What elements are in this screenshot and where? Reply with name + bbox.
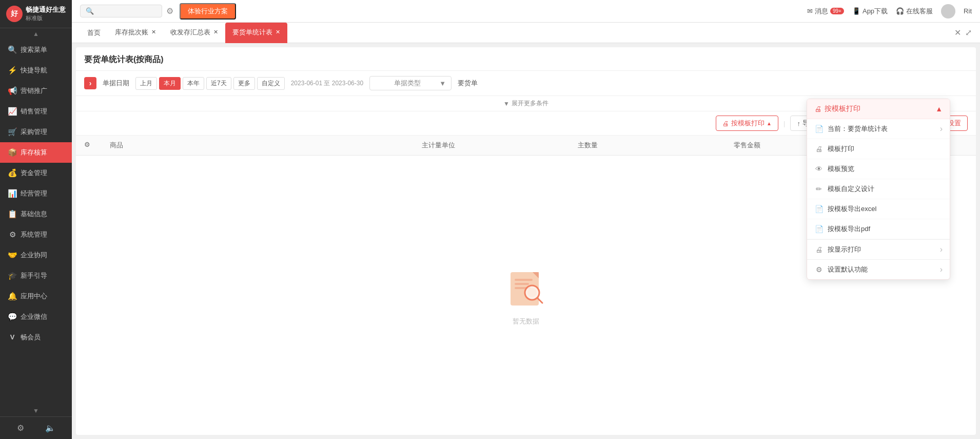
sidebar-item-sales[interactable]: 📈 销售管理 [0,101,72,122]
message-label: 消息 [815,7,828,16]
app-name: 畅捷通好生意 [26,5,66,14]
template-print-arrow: ▲ [767,121,772,126]
scroll-up-indicator[interactable]: ▲ [0,28,72,40]
export-excel-item-label: 按模板导出excel [828,204,876,214]
tab-home[interactable]: 首页 [80,23,108,43]
dropdown-section-display-print[interactable]: 🖨 按显示打印 [807,239,950,259]
tabs-bar: 首页 库存批次账 ✕ 收发存汇总表 ✕ 要货单统计表 ✕ ✕ ⤢ [72,23,980,43]
settings-icon[interactable]: ⚙ [17,423,24,433]
template-print-label: 按模板打印 [731,119,765,128]
user-avatar[interactable] [941,4,955,18]
date-btn-last-7-days[interactable]: 近7天 [206,77,231,90]
dropdown-current-label[interactable]: 📄 当前：要货单统计表 [807,119,950,139]
sidebar-item-search[interactable]: 🔍 搜索菜单 [0,40,72,60]
app-download-label: App下载 [863,7,888,16]
default-func-icon: ⚙ [814,265,824,274]
sidebar-item-system[interactable]: ⚙ 系统管理 [0,224,72,245]
template-print-item-label: 模板打印 [828,144,854,154]
content-header: 要货单统计表(按商品) [76,47,976,71]
tab-collect-summary[interactable]: 收发存汇总表 ✕ [163,23,225,43]
svg-rect-1 [515,279,533,281]
sidebar-item-purchase[interactable]: 🛒 采购管理 [0,122,72,142]
topbar-search-input[interactable] [94,8,156,15]
sidebar-item-appstore[interactable]: 🔔 应用中心 [0,286,72,307]
divider1: | [783,120,785,127]
date-btn-prev-month[interactable]: 上月 [135,77,157,90]
sidebar-item-appstore-label: 应用中心 [21,292,47,301]
type-select[interactable]: 单据类型 ▼ [369,76,452,90]
export-excel-icon: 📄 [814,205,824,213]
window-expand-btn[interactable]: ⤢ [965,28,972,37]
message-button[interactable]: ✉ 消息 99+ [807,7,844,16]
online-service-button[interactable]: 🎧 在线客服 [896,7,933,16]
date-btn-current-month[interactable]: 本月 [159,77,181,90]
sidebar-item-wechat-label: 企业微信 [21,312,47,321]
sidebar-item-quick-nav[interactable]: ⚡ 快捷导航 [0,60,72,81]
operations-icon: 📊 [7,189,17,198]
dropdown-current-icon: 📄 [814,125,824,133]
sidebar-item-purchase-label: 采购管理 [21,127,47,137]
trial-button[interactable]: 体验行业方案 [180,3,236,20]
app-version: 标准版 [26,14,66,22]
tab-batch-account-close[interactable]: ✕ [151,29,156,35]
tab-order-summary-close[interactable]: ✕ [276,29,280,35]
type-select-label: 单据类型 [394,79,421,88]
dropdown-item-template-preview[interactable]: 👁 模板预览 [807,159,950,179]
sidebar-item-sales-label: 销售管理 [21,107,47,116]
tab-collect-summary-close[interactable]: ✕ [213,29,218,35]
system-icon: ⚙ [7,230,17,239]
date-btn-custom[interactable]: 自定义 [257,77,285,90]
filter-bar: › 单据日期 上月 本月 本年 近7天 更多 自定义 2023-06-01 至 … [76,71,976,96]
column-settings-icon[interactable]: ⚙ [84,141,90,148]
dropdown-item-template-design[interactable]: ✏ 模板自定义设计 [807,179,950,199]
sidebar-item-marketing[interactable]: 📢 营销推广 [0,81,72,101]
topbar-search-box[interactable]: 🔍 [80,5,162,17]
th-goods: 商品 [105,141,422,150]
marketing-icon: 📢 [7,86,17,96]
th-unit: 主计量单位 [422,141,578,150]
sidebar-item-enterprise-label: 企业协同 [21,251,47,260]
dropdown-item-export-pdf[interactable]: 📄 按模板导出pdf [807,219,950,239]
sidebar-item-inventory[interactable]: 📦 库存核算 [0,142,72,163]
app-download-button[interactable]: 📱 App下载 [852,7,888,16]
sidebar: 好 畅捷通好生意 标准版 ▲ 🔍 搜索菜单 ⚡ 快捷导航 📢 营销推广 📈 销售… [0,0,72,439]
sidebar-item-guide[interactable]: 🎓 新手引导 [0,265,72,286]
template-print-button[interactable]: 🖨 按模板打印 ▲ [716,116,778,131]
display-print-label: 按显示打印 [828,245,861,254]
appstore-icon: 🔔 [7,292,17,301]
expand-more-button[interactable]: ▼ 展开更多条件 [503,99,548,108]
date-label: 单据日期 [103,79,129,88]
sidebar-nav: 🔍 搜索菜单 ⚡ 快捷导航 📢 营销推广 📈 销售管理 🛒 采购管理 📦 库存核… [0,40,72,405]
sidebar-item-vip[interactable]: V 畅会员 [0,327,72,348]
filter-expand-button[interactable]: › [84,77,96,89]
sidebar-item-wechat[interactable]: 💬 企业微信 [0,307,72,327]
window-close-btn[interactable]: ✕ [954,28,961,37]
dropdown-title: 按模板打印 [825,104,860,113]
message-icon: ✉ [807,7,813,15]
template-print-icon: 🖨 [814,145,824,153]
dropdown-close-icon[interactable]: ▲ [935,105,943,113]
online-service-label: 在线客服 [906,7,933,16]
date-btn-current-year[interactable]: 本年 [183,77,204,90]
basic-icon: 📋 [7,209,17,219]
th-settings: ⚙ [84,141,105,150]
filter-more-label: 要货单 [458,79,478,88]
sidebar-item-operations[interactable]: 📊 经营管理 [0,183,72,204]
topbar-gear-icon[interactable]: ⚙ [166,6,173,16]
scroll-down-indicator[interactable]: ▼ [0,405,72,416]
dropdown-section-default-func[interactable]: ⚙ 设置默认功能 [807,259,950,279]
tab-batch-account[interactable]: 库存批次账 ✕ [108,23,163,43]
date-btn-more[interactable]: 更多 [233,77,255,90]
topbar: 🔍 ⚙ 体验行业方案 ✉ 消息 99+ 📱 App下载 🎧 在线客服 Rit [72,0,980,23]
sidebar-item-finance[interactable]: 💰 资金管理 [0,163,72,183]
sidebar-item-enterprise[interactable]: 🤝 企业协同 [0,245,72,265]
sidebar-item-marketing-label: 营销推广 [21,86,47,96]
volume-icon[interactable]: 🔈 [45,423,55,433]
tab-order-summary[interactable]: 要货单统计表 ✕ [225,23,287,43]
sidebar-item-basic[interactable]: 📋 基础信息 [0,204,72,224]
empty-state-icon [500,264,552,311]
vip-icon: V [7,333,17,341]
dropdown-item-export-excel[interactable]: 📄 按模板导出excel [807,199,950,219]
user-name: Rit [964,7,972,15]
dropdown-item-template-print[interactable]: 🖨 模板打印 [807,139,950,159]
